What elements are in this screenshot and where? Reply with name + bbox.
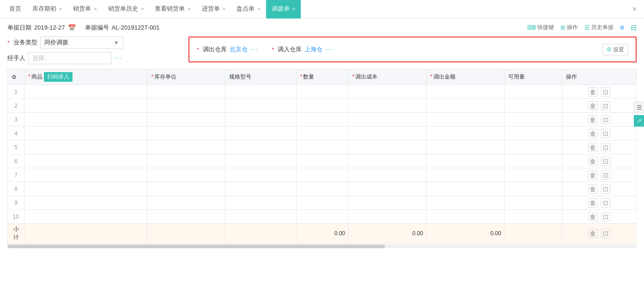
delete-icon[interactable]: 🗑	[588, 87, 597, 97]
cell-cost[interactable]	[348, 127, 426, 140]
cell-product[interactable]	[24, 154, 147, 168]
tab-transfer-close[interactable]: ×	[292, 6, 295, 12]
cell-amount[interactable]	[426, 127, 504, 140]
cell-product[interactable]	[24, 210, 147, 224]
tab-sales-history-close[interactable]: ×	[141, 6, 144, 12]
copy-icon[interactable]: ⊡	[601, 184, 610, 194]
cell-spec[interactable]	[225, 113, 296, 127]
cell-amount[interactable]	[426, 113, 504, 127]
delete-icon[interactable]: 🗑	[588, 198, 597, 208]
cell-unit[interactable]	[147, 154, 225, 168]
tab-view-sales[interactable]: 查看销货单 ×	[149, 0, 196, 18]
panel-list-icon[interactable]: ☰	[634, 102, 644, 113]
cell-product[interactable]	[24, 99, 147, 113]
tab-stocktake[interactable]: 盘点单 ×	[231, 0, 266, 18]
setting-button[interactable]: ⚙ 设置	[602, 44, 628, 55]
business-type-select[interactable]: 同价调拨 ▼	[40, 37, 123, 49]
tab-purchase-order[interactable]: 进货单 ×	[196, 0, 231, 18]
handler-select[interactable]: 选择...	[28, 52, 111, 64]
cell-unit[interactable]	[147, 182, 225, 196]
cell-qty[interactable]	[296, 182, 348, 196]
cell-available[interactable]	[504, 127, 562, 140]
tab-bar-close-button[interactable]: ×	[629, 5, 640, 13]
tab-sales-history[interactable]: 销货单历史 ×	[103, 0, 149, 18]
delete-icon[interactable]: 🗑	[588, 157, 597, 166]
cell-unit[interactable]	[147, 127, 225, 140]
copy-icon[interactable]: ⊡	[601, 101, 610, 110]
handler-more-icon[interactable]: ···	[114, 54, 122, 62]
cell-amount[interactable]	[426, 154, 504, 168]
cell-spec[interactable]	[225, 99, 296, 113]
tab-view-sales-close[interactable]: ×	[188, 6, 190, 12]
cell-qty[interactable]	[296, 196, 348, 210]
cell-qty[interactable]	[296, 140, 348, 154]
cell-spec[interactable]	[225, 127, 296, 140]
actions-button[interactable]: ⊞ 操作	[560, 24, 578, 31]
cell-unit[interactable]	[147, 113, 225, 127]
cell-spec[interactable]	[225, 196, 296, 210]
cell-qty[interactable]	[296, 210, 348, 224]
copy-icon[interactable]: ⊡	[601, 212, 610, 221]
cell-qty[interactable]	[296, 113, 348, 127]
cell-unit[interactable]	[147, 196, 225, 210]
cell-available[interactable]	[504, 182, 562, 196]
copy-icon[interactable]: ⊡	[601, 129, 610, 138]
tab-inventory-init-close[interactable]: ×	[59, 6, 62, 12]
cell-qty[interactable]	[296, 99, 348, 113]
delete-icon[interactable]: 🗑	[588, 171, 597, 180]
col-gear[interactable]: ⚙	[8, 69, 24, 85]
table-scrollbar[interactable]	[7, 244, 637, 248]
delete-icon[interactable]: 🗑	[588, 212, 597, 221]
cell-unit[interactable]	[147, 85, 225, 99]
cell-available[interactable]	[504, 140, 562, 154]
delete-icon[interactable]: 🗑	[588, 101, 597, 110]
scan-button[interactable]: 扫码录入	[44, 72, 73, 82]
cell-product[interactable]	[24, 127, 147, 140]
cell-product[interactable]	[24, 85, 147, 99]
layout-button2[interactable]: ⊟	[631, 23, 637, 32]
transfer-in-more-icon[interactable]: ···	[325, 45, 333, 54]
tab-stocktake-close[interactable]: ×	[257, 6, 260, 12]
cell-cost[interactable]	[348, 99, 426, 113]
cell-qty[interactable]	[296, 85, 348, 99]
cell-cost[interactable]	[348, 210, 426, 224]
layout-button1[interactable]: ≡	[620, 24, 624, 32]
cell-qty[interactable]	[296, 168, 348, 182]
panel-export-icon[interactable]: ↗	[634, 115, 644, 127]
cell-available[interactable]	[504, 196, 562, 210]
history-button[interactable]: ☰ 历史单据	[584, 24, 614, 31]
cell-available[interactable]	[504, 99, 562, 113]
cell-amount[interactable]	[426, 210, 504, 224]
cell-spec[interactable]	[225, 168, 296, 182]
cell-cost[interactable]	[348, 154, 426, 168]
cell-amount[interactable]	[426, 85, 504, 99]
shortcuts-button[interactable]: ⌨ 快捷键	[527, 24, 554, 31]
cell-cost[interactable]	[348, 113, 426, 127]
cell-cost[interactable]	[348, 196, 426, 210]
cell-cost[interactable]	[348, 182, 426, 196]
cell-unit[interactable]	[147, 140, 225, 154]
delete-icon[interactable]: 🗑	[588, 184, 597, 194]
tab-inventory-init[interactable]: 库存期初 ×	[27, 0, 67, 18]
calendar-icon[interactable]: 📅	[68, 24, 76, 31]
copy-icon[interactable]: ⊡	[601, 115, 610, 124]
tab-sales-order[interactable]: 销货单 ×	[67, 0, 102, 18]
copy-icon[interactable]: ⊡	[601, 198, 610, 208]
cell-available[interactable]	[504, 113, 562, 127]
cell-available[interactable]	[504, 85, 562, 99]
cell-cost[interactable]	[348, 140, 426, 154]
cell-spec[interactable]	[225, 182, 296, 196]
tab-home[interactable]: 首页	[4, 0, 27, 18]
cell-spec[interactable]	[225, 210, 296, 224]
tab-purchase-order-close[interactable]: ×	[223, 6, 225, 12]
cell-unit[interactable]	[147, 99, 225, 113]
cell-amount[interactable]	[426, 182, 504, 196]
delete-icon[interactable]: 🗑	[588, 115, 597, 124]
cell-spec[interactable]	[225, 154, 296, 168]
tab-sales-order-close[interactable]: ×	[94, 6, 97, 12]
cell-qty[interactable]	[296, 127, 348, 140]
cell-amount[interactable]	[426, 196, 504, 210]
delete-icon[interactable]: 🗑	[588, 129, 597, 138]
delete-icon[interactable]: 🗑	[588, 143, 597, 152]
cell-product[interactable]	[24, 113, 147, 127]
